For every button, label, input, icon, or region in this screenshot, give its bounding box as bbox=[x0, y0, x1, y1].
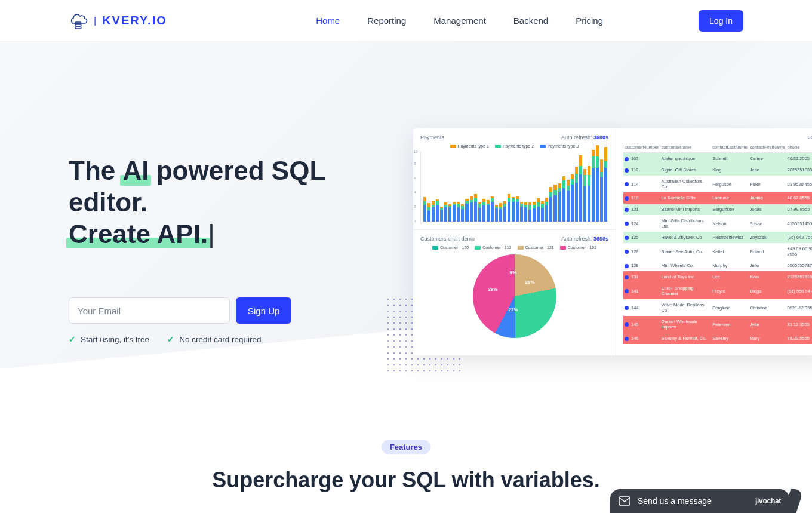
check-icon: ✓ bbox=[69, 334, 76, 344]
table-cell: Zbyszek bbox=[749, 232, 786, 243]
table-header[interactable]: contactFirstName bbox=[749, 142, 786, 153]
table-cell: Diego bbox=[749, 282, 786, 299]
table-cell: Susan bbox=[749, 215, 786, 232]
svg-rect-3 bbox=[619, 497, 630, 505]
panel-title: Customers chart demo bbox=[420, 236, 475, 242]
table-cell: (91) 555 94 44 bbox=[786, 282, 813, 299]
signup-button[interactable]: Sign Up bbox=[236, 297, 291, 324]
nav-management[interactable]: Management bbox=[433, 16, 486, 26]
table-header[interactable]: customerNumber bbox=[623, 142, 660, 153]
dashboard-preview: Payments Auto refresh: 3600s Payments ty… bbox=[413, 128, 812, 355]
table-cell: Nelson bbox=[711, 215, 748, 232]
table-row[interactable]: 131Land of Toys Inc.LeeKwai2125557818 bbox=[623, 271, 812, 282]
panel-title: Payments bbox=[420, 134, 444, 140]
divider: | bbox=[94, 16, 96, 26]
table-cell: 146 bbox=[623, 333, 660, 344]
pie-legend: Customer - 150 Customer - 112 Customer -… bbox=[420, 245, 608, 250]
table-cell: 141 bbox=[623, 282, 660, 299]
svg-rect-1 bbox=[75, 24, 81, 26]
logo[interactable]: | KVERY.IO bbox=[69, 12, 167, 30]
table-row[interactable]: 112Signal Gift StoresKingJean7025551838 bbox=[623, 164, 812, 176]
table-cell: 114 bbox=[623, 176, 660, 192]
table-cell: 145 bbox=[623, 316, 660, 333]
table-cell: 0921-12 3555 bbox=[786, 299, 813, 316]
check-icon: ✓ bbox=[167, 334, 174, 344]
table-cell: 6505555787 bbox=[786, 260, 813, 271]
mail-icon bbox=[619, 496, 630, 506]
table-cell: 112 bbox=[623, 164, 660, 176]
bullet-nocc: ✓ No credit card required bbox=[167, 334, 261, 344]
table-cell: Freyre bbox=[711, 282, 748, 299]
table-cell: Carine bbox=[749, 153, 786, 165]
table-cell: 121 bbox=[623, 204, 660, 215]
nav-home[interactable]: Home bbox=[316, 16, 340, 26]
table-row[interactable]: 141Euro+ Shopping ChannelFreyreDiego(91)… bbox=[623, 282, 812, 299]
pie-chart: 22%28%8%38% bbox=[420, 254, 608, 338]
table-cell: 4155551450 bbox=[786, 215, 813, 232]
table-row[interactable]: 103Atelier graphiqueSchmittCarine40.32.2… bbox=[623, 153, 812, 165]
nav-reporting[interactable]: Reporting bbox=[367, 16, 406, 26]
login-button[interactable]: Log In bbox=[699, 10, 743, 32]
table-cell: Kwai bbox=[749, 271, 786, 282]
table-cell: Baane Mini Imports bbox=[660, 204, 712, 215]
table-row[interactable]: 121Baane Mini ImportsBergulfsenJonas07-9… bbox=[623, 204, 812, 215]
table-cell: Havel & Zbyszek Co bbox=[660, 232, 712, 243]
table-cell: 125 bbox=[623, 232, 660, 243]
table-cell: 119 bbox=[623, 192, 660, 204]
payments-panel: Payments Auto refresh: 3600s Payments ty… bbox=[413, 128, 616, 229]
table-cell: Saveley & Henriot, Co. bbox=[660, 333, 712, 344]
table-row[interactable]: 146Saveley & Henriot, Co.SaveleyMary78.3… bbox=[623, 333, 812, 344]
table-cell: Bergulfsen bbox=[711, 204, 748, 215]
chat-widget[interactable]: Send us a message jivochat bbox=[610, 489, 789, 513]
table-cell: Mini Wheels Co. bbox=[660, 260, 712, 271]
table-header[interactable]: phone bbox=[786, 142, 813, 153]
table-cell: Keitel bbox=[711, 243, 748, 260]
table-cell: Roland bbox=[749, 243, 786, 260]
table-cell: Berglund bbox=[711, 299, 748, 316]
table-cell: Danish Wholesale Imports bbox=[660, 316, 712, 333]
table-cell: 128 bbox=[623, 243, 660, 260]
preview-left-column: Payments Auto refresh: 3600s Payments ty… bbox=[413, 128, 616, 355]
table-row[interactable]: 114Australian Collectors, Co.FergusonPet… bbox=[623, 176, 812, 192]
table-cell: King bbox=[711, 164, 748, 176]
bar-legend: Payments type 1 Payments type 2 Payments… bbox=[420, 144, 608, 148]
nav-pricing[interactable]: Pricing bbox=[576, 16, 603, 26]
nav-backend[interactable]: Backend bbox=[513, 16, 548, 26]
table-cell: Euro+ Shopping Channel bbox=[660, 282, 712, 299]
table-row[interactable]: 124Mini Gifts Distributors Ltd.NelsonSus… bbox=[623, 215, 812, 232]
table-row[interactable]: 144Volvo Model Replicas, CoBerglundChris… bbox=[623, 299, 812, 316]
table-cell: 03 9520 4555 bbox=[786, 176, 813, 192]
table-cell: Volvo Model Replicas, Co bbox=[660, 299, 712, 316]
nav-links: Home Reporting Management Backend Pricin… bbox=[316, 16, 603, 26]
table-cell: 7025551838 bbox=[786, 164, 813, 176]
hero: The AI powered SQL editor. Create API.| … bbox=[0, 42, 812, 368]
table-row[interactable]: 145Danish Wholesale ImportsPetersenJytte… bbox=[623, 316, 812, 333]
table-cell: Lee bbox=[711, 271, 748, 282]
email-field[interactable] bbox=[69, 297, 230, 324]
table-cell: Australian Collectors, Co. bbox=[660, 176, 712, 192]
table-cell: 129 bbox=[623, 260, 660, 271]
table-header[interactable]: contactLastName bbox=[711, 142, 748, 153]
table-row[interactable]: 129Mini Wheels Co.MurphyJulie6505555787 bbox=[623, 260, 812, 271]
table-search: Search: bbox=[623, 134, 812, 140]
table-row[interactable]: 128Blauer See Auto, Co.KeitelRoland+49 6… bbox=[623, 243, 812, 260]
table-row[interactable]: 119La Rochelle GiftsLabruneJanine40.67.8… bbox=[623, 192, 812, 204]
table-cell: Atelier graphique bbox=[660, 153, 712, 165]
table-header[interactable]: customerName bbox=[660, 142, 712, 153]
table-cell: Saveley bbox=[711, 333, 748, 344]
hero-line1-pre: The bbox=[69, 156, 122, 185]
svg-rect-2 bbox=[75, 27, 81, 29]
table-cell: Piestrzeniewicz bbox=[711, 232, 748, 243]
bullet-free: ✓ Start using, it's free bbox=[69, 334, 149, 344]
table-row[interactable]: 125Havel & Zbyszek CoPiestrzeniewiczZbys… bbox=[623, 232, 812, 243]
table-cell: Petersen bbox=[711, 316, 748, 333]
auto-refresh: Auto refresh: 3600s bbox=[561, 236, 608, 242]
table-cell: Janine bbox=[749, 192, 786, 204]
chat-brand: jivochat bbox=[755, 497, 781, 505]
table-cell: 124 bbox=[623, 215, 660, 232]
table-cell: La Rochelle Gifts bbox=[660, 192, 712, 204]
logo-text: KVERY.IO bbox=[102, 14, 167, 27]
table-cell: Jonas bbox=[749, 204, 786, 215]
table-cell: (26) 642-7555 bbox=[786, 232, 813, 243]
table-cell: Blauer See Auto, Co. bbox=[660, 243, 712, 260]
